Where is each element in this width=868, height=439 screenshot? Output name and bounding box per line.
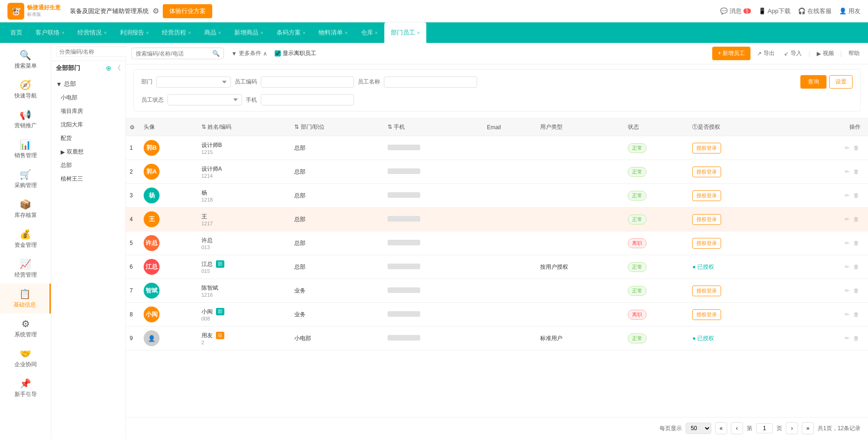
delete-icon[interactable]: 🗑 [854,145,859,151]
dept-search-input[interactable] [56,47,132,57]
close-icon[interactable]: × [104,30,106,35]
auth-login-button[interactable]: 授权登录 [692,309,721,320]
edit-icon[interactable]: ✏ [845,240,849,246]
delete-icon[interactable]: 🗑 [854,240,859,246]
settings-icon[interactable]: ⚙ [153,7,159,15]
dept-node-shenyang[interactable]: 沈阳大库 [51,118,125,132]
edit-icon[interactable]: ✏ [845,335,849,341]
dept-node-plant[interactable]: 植树王三 [51,172,125,186]
show-resigned-input[interactable] [275,50,281,56]
more-conditions-button[interactable]: ▼ 更多条件 ∧ [228,48,271,59]
auth-login-button[interactable]: 授权登录 [692,286,721,296]
dept-node-project-warehouse[interactable]: 项目库房 [51,105,125,118]
nav-marketing[interactable]: 📢 营销推广 [0,105,51,134]
edit-icon[interactable]: ✏ [845,264,849,270]
delete-icon[interactable]: 🗑 [854,192,859,199]
tab-goods[interactable]: 商品× [198,22,228,43]
col-phone[interactable]: ⇅ 手机 [384,118,483,136]
nav-cooperation[interactable]: 🤝 企业协同 [0,343,51,373]
next-page-button[interactable]: › [786,422,798,434]
delete-icon[interactable]: 🗑 [854,335,859,341]
tab-profit[interactable]: 利润报告× [113,22,155,43]
col-dept-position[interactable]: ⇅ 部门/职位 [291,118,384,136]
nav-purchase[interactable]: 🛒 采购管理 [0,164,51,194]
last-page-button[interactable]: » [802,422,814,434]
dept-add-icon[interactable]: ⊕ [106,64,111,72]
nav-sales[interactable]: 📊 销售管理 [0,134,51,164]
close-icon[interactable]: × [375,30,378,35]
add-employee-button[interactable]: + 新增员工 [712,47,750,60]
nav-inventory[interactable]: 📦 库存核算 [0,194,51,224]
auth-login-button[interactable]: 授权登录 [692,190,721,201]
col-settings[interactable]: ⚙ [126,118,140,136]
nav-search-menu[interactable]: 🔍 搜索菜单 [0,45,51,75]
nav-business[interactable]: 📈 经营管理 [0,254,51,284]
dept-node-headquarters[interactable]: 总部 [51,159,125,172]
search-icon[interactable]: 🔍 [212,50,220,57]
dept-filter-select[interactable] [156,77,231,88]
emp-status-filter-select[interactable] [167,94,242,105]
close-icon[interactable]: × [345,30,347,35]
emp-name-filter-input[interactable] [384,77,477,88]
col-name-code[interactable]: ⇅ 姓名/编码 [198,118,291,136]
auth-login-button[interactable]: 授权登录 [692,143,721,153]
phone-filter-input[interactable] [261,94,354,105]
tab-journey[interactable]: 经营历程× [155,22,197,43]
help-button[interactable]: 帮助 [846,48,862,59]
close-icon[interactable]: × [146,30,149,35]
nav-quick-nav[interactable]: 🧭 快速导航 [0,75,51,105]
tab-home[interactable]: 首页 [4,22,29,43]
tab-materials[interactable]: 物料清单× [312,22,354,43]
edit-icon[interactable]: ✏ [845,311,849,318]
edit-icon[interactable]: ✏ [845,168,849,175]
import-button[interactable]: ↙ 导入 [781,48,805,59]
delete-icon[interactable]: 🗑 [854,311,859,318]
dept-node-headquarters-parent[interactable]: ▼ 总部 [51,77,125,91]
close-icon[interactable]: × [260,30,263,35]
set-button[interactable]: 设置 [829,75,853,89]
tab-operation[interactable]: 经营情况× [71,22,113,43]
prev-page-button[interactable]: ‹ [731,422,743,434]
close-icon[interactable]: × [218,30,221,35]
auth-login-button[interactable]: 授权登录 [692,214,721,225]
tab-add-goods[interactable]: 新增商品× [228,22,270,43]
dept-collapse-icon[interactable]: 《 [114,64,121,72]
search-input[interactable] [136,50,210,57]
show-resigned-checkbox[interactable]: 显示离职员工 [275,49,316,57]
dept-node-distribution[interactable]: 配货 [51,132,125,145]
nav-system[interactable]: ⚙ 系统管理 [0,314,51,343]
delete-icon[interactable]: 🗑 [854,287,859,294]
message-button[interactable]: 💬 消息 5 [720,7,751,15]
per-page-select[interactable]: 50 100 200 [686,423,711,434]
dept-node-small-electric[interactable]: 小电部 [51,91,125,105]
nav-basic-info[interactable]: 📋 基础信息 [0,284,51,314]
delete-icon[interactable]: 🗑 [854,264,859,270]
page-number-input[interactable] [756,423,773,433]
tab-barcode[interactable]: 条码方案× [270,22,312,43]
video-button[interactable]: ▶ 视频 [814,48,837,59]
edit-icon[interactable]: ✏ [845,192,849,199]
delete-icon[interactable]: 🗑 [854,216,859,223]
close-icon[interactable]: × [188,30,191,35]
auth-login-button[interactable]: 授权登录 [692,167,721,177]
app-download-button[interactable]: 📱 App下载 [758,7,791,15]
emp-code-filter-input[interactable] [261,77,354,88]
delete-icon[interactable]: 🗑 [854,168,859,175]
tab-employees[interactable]: 部门员工× [384,22,426,43]
close-icon[interactable]: × [62,30,64,35]
user-button[interactable]: 👤 用友 [839,7,861,15]
tab-customer[interactable]: 客户联络× [29,22,71,43]
online-service-button[interactable]: 🎧 在线客服 [798,7,832,15]
try-industry-button[interactable]: 体验行业方案 [163,4,212,18]
edit-icon[interactable]: ✏ [845,145,849,151]
export-button[interactable]: ↗ 导出 [754,48,778,59]
dept-node-shuanglu[interactable]: ▶ 双鹿想 [51,145,125,159]
edit-icon[interactable]: ✏ [845,287,849,294]
first-page-button[interactable]: « [715,422,727,434]
auth-login-button[interactable]: 授权登录 [692,238,721,249]
query-button[interactable]: 查询 [800,75,826,89]
nav-guide[interactable]: 📌 新手引导 [0,373,51,403]
tab-warehouse[interactable]: 仓库× [354,22,384,43]
nav-finance[interactable]: 💰 资金管理 [0,224,51,254]
close-icon[interactable]: × [417,30,420,35]
